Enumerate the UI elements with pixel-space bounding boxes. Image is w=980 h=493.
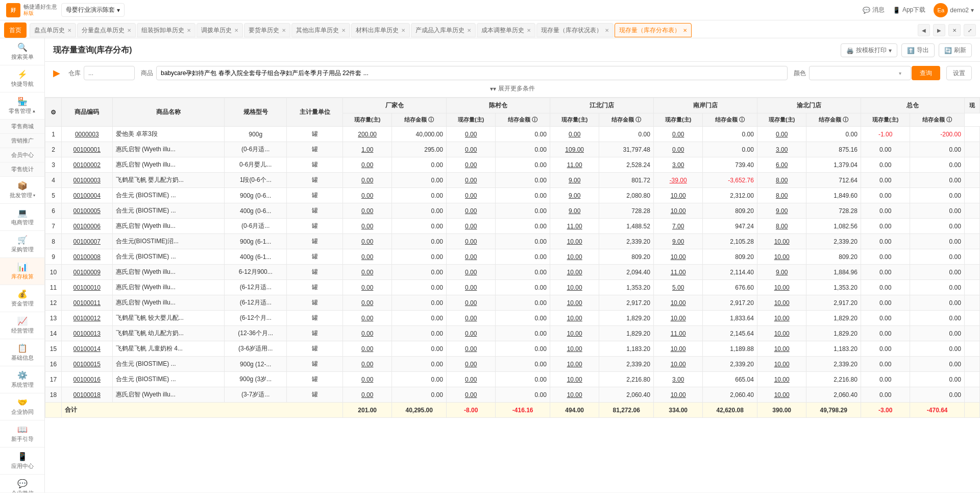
system-icon: ⚙️ [2, 370, 42, 380]
tab-transfer[interactable]: 调拨单历史 ✕ [197, 23, 243, 37]
filter-expand-arrow[interactable]: ▶ [53, 67, 60, 79]
app-download-btn[interactable]: 📱 App下载 [893, 6, 925, 14]
tab-close-materialout[interactable]: ✕ [401, 28, 405, 33]
org-selector[interactable]: 母婴行业演示陈套 ▾ [61, 3, 125, 17]
summary-label: 合计 [62, 403, 343, 418]
sum-yb-amount: 49,798.29 [806, 403, 861, 418]
sidebar-item-retailstat[interactable]: 零售统计 [0, 162, 44, 177]
tab-close-group[interactable]: ✕ [187, 28, 191, 33]
tab-home[interactable]: 首页 [4, 22, 27, 38]
page-actions: 🖨️ 按模板打印 ▾ ⬆️ 导出 🔄 刷新 [841, 43, 972, 57]
sidebar-item-purchase[interactable]: 🛒 采购管理 [0, 231, 44, 258]
sidebar-item-system[interactable]: ⚙️ 系统管理 [0, 366, 44, 393]
th-factory: 厂家仓 [342, 98, 446, 113]
tab-close-req[interactable]: ✕ [282, 28, 286, 33]
warehouse-label: 仓库 [68, 69, 81, 78]
th-total: 总仓 [861, 98, 964, 113]
tab-productin[interactable]: 产成品入库单历史 ✕ [411, 23, 476, 37]
table-row: 400100003飞鹤星飞帆 婴儿配方奶...1段(0-6个...罐0.000.… [45, 173, 980, 188]
tab-close-transfer[interactable]: ✕ [234, 28, 238, 33]
print-btn[interactable]: 🖨️ 按模板打印 ▾ [841, 43, 897, 57]
tab-close-branch[interactable]: ✕ [127, 28, 131, 33]
tab-otherout[interactable]: 其他出库单历史 ✕ [291, 23, 350, 37]
tab-branch[interactable]: 分量盘点单历史 ✕ [77, 23, 136, 37]
sidebar-item-retail[interactable]: 🏪 零售管理 ▲ [0, 92, 44, 120]
wholesale-arrow-icon: ▾ [33, 193, 35, 198]
table-row: 800100007合生元(BIOSTIME)沼...900g (6-1...罐0… [45, 234, 980, 249]
table-row: 500100004合生元 (BIOSTIME) ...900g (0-6...罐… [45, 188, 980, 203]
tab-close-invdist[interactable]: ✕ [683, 28, 687, 33]
print-icon: 🖨️ [846, 47, 854, 54]
tab-costadjust[interactable]: 成本调整单历史 ✕ [477, 23, 535, 37]
main-layout: 🔍 搜索英单 ⚡ 快捷导航 🏪 零售管理 ▲ 零售商城 营销推广 会员中心 零售… [0, 38, 980, 492]
th-extra: 现 [964, 98, 979, 113]
tab-prev-btn[interactable]: ◀ [918, 24, 930, 36]
message-btn[interactable]: 💬 消息 [863, 6, 885, 14]
refresh-btn[interactable]: 🔄 刷新 [939, 43, 972, 57]
sidebar-item-ecommerce[interactable]: 💻 电商管理 [0, 204, 44, 231]
sidebar-item-corpwx[interactable]: 💬 企业微信 [0, 475, 44, 492]
sidebar-item-member[interactable]: 会员中心 [0, 148, 44, 162]
table-row: 1400100013飞鹤星飞帆 幼儿配方奶...(12-36个月...罐0.00… [45, 326, 980, 341]
th-total-stock: 现存量(主) [861, 113, 910, 127]
tab-expand-btn[interactable]: ⤢ [964, 24, 976, 36]
user-menu[interactable]: Ea demo2 ▾ [934, 3, 974, 17]
color-input[interactable] [809, 66, 911, 80]
sidebar-item-retailshop[interactable]: 零售商城 [0, 120, 44, 134]
tab-invstatus[interactable]: 现存量（库存状况表） ✕ [536, 23, 614, 37]
expand-more-btn[interactable]: ▾▾ 展开更多条件 [53, 83, 972, 94]
tab-req[interactable]: 要货单历史 ✕ [244, 23, 290, 37]
query-btn[interactable]: 查询 [912, 66, 940, 80]
tab-close-invstatus[interactable]: ✕ [605, 28, 609, 33]
tab-close-stockRecord[interactable]: ✕ [67, 28, 71, 33]
sidebar-item-inventory[interactable]: 📊 库存核算 [0, 258, 44, 285]
sidebar: 🔍 搜索英单 ⚡ 快捷导航 🏪 零售管理 ▲ 零售商城 营销推广 会员中心 零售… [0, 38, 45, 492]
settings-btn[interactable]: 设置 [946, 66, 972, 80]
sidebar-item-enterprise[interactable]: 🤝 企业协同 [0, 393, 44, 420]
tab-group[interactable]: 组装拆卸单历史 ✕ [137, 23, 195, 37]
sidebar-item-search[interactable]: 🔍 搜索英单 [0, 38, 44, 65]
sidebar-item-newguide[interactable]: 📖 新手引导 [0, 420, 44, 448]
table-row: 1100100010惠氏启智 (Wyeth illu...(6-12月适...罐… [45, 280, 980, 295]
sidebar-item-finance[interactable]: 💰 资金管理 [0, 285, 44, 312]
sum-jb-stock: 494.00 [550, 403, 599, 418]
th-yb-amount: 结存金额 ⓘ [806, 113, 861, 127]
top-bar-right: 💬 消息 📱 App下载 Ea demo2 ▾ [863, 3, 974, 17]
th-jiangbei: 江北门店 [550, 98, 653, 113]
th-unit: 主计量单位 [287, 98, 342, 127]
sidebar-item-quicknav[interactable]: ⚡ 快捷导航 [0, 65, 44, 92]
table-row: 1800100018惠氏启智 (Wyeth illu...(3-7岁适...罐0… [45, 387, 980, 403]
quicknav-icon: ⚡ [2, 69, 42, 79]
tab-close-all-btn[interactable]: ✕ [948, 24, 961, 36]
sidebar-item-marketing[interactable]: 营销推广 [0, 134, 44, 148]
sidebar-item-appcenter[interactable]: 📱 应用中心 [0, 448, 44, 475]
tab-close-productin[interactable]: ✕ [467, 28, 471, 33]
sidebar-item-wholesale[interactable]: 📦 批发管理 ▾ [0, 177, 44, 204]
sidebar-item-basic[interactable]: 📋 基础信息 [0, 339, 44, 366]
export-btn[interactable]: ⬆️ 导出 [901, 43, 935, 57]
th-fw-amount: 结存金额 ⓘ [392, 113, 447, 127]
corpwx-icon: 💬 [2, 479, 42, 488]
tab-next-btn[interactable]: ▶ [933, 24, 945, 36]
export-icon: ⬆️ [907, 47, 915, 54]
table-row: 1000100009惠氏启智 (Wyeth illu...6-12月900...… [45, 265, 980, 280]
color-label: 颜色 [794, 69, 806, 78]
th-cj-stock: 现存量(主) [446, 113, 495, 127]
purchase-icon: 🛒 [2, 235, 42, 245]
product-input[interactable] [156, 66, 788, 80]
logo-area: 好 畅捷通好生意 标版 [6, 3, 57, 17]
th-jb-stock: 现存量(主) [550, 113, 599, 127]
tab-materialout[interactable]: 材料出库单历史 ✕ [351, 23, 410, 37]
inventory-icon: 📊 [2, 262, 42, 272]
tab-close-otherout[interactable]: ✕ [341, 28, 346, 33]
table-row: 300100002惠氏启智 (Wyeth illu...0-6月婴儿...罐0.… [45, 157, 980, 173]
sidebar-item-operation[interactable]: 📈 经营管理 [0, 312, 44, 339]
th-spec: 规格型号 [224, 98, 287, 127]
tab-close-costadjust[interactable]: ✕ [527, 28, 531, 33]
th-na-stock: 现存量(主) [653, 113, 702, 127]
sum-fw-amount: 40,295.00 [392, 403, 447, 418]
warehouse-input[interactable] [84, 66, 135, 80]
tab-invdist[interactable]: 现存量（库存分布表） ✕ [615, 23, 692, 37]
logo-icon: 好 [6, 3, 20, 17]
tab-stockRecord[interactable]: 盘点单历史 ✕ [30, 23, 76, 37]
